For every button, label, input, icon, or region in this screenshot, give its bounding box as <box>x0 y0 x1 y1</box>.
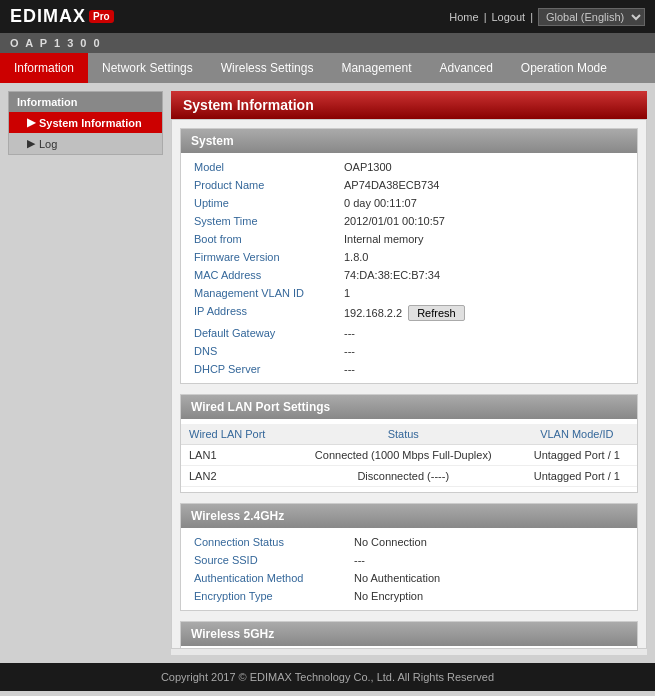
wireless-24-value-ssid: --- <box>354 554 365 566</box>
value-firmware: 1.8.0 <box>344 251 368 263</box>
home-link[interactable]: Home <box>449 11 478 23</box>
sidebar-section-header[interactable]: Information <box>9 92 162 112</box>
sidebar-section-title: Information <box>17 96 78 108</box>
lan1-status: Connected (1000 Mbps Full-Duplex) <box>290 445 517 466</box>
system-section: System Model OAP1300 Product Name AP74DA… <box>180 128 638 384</box>
info-row-firmware: Firmware Version 1.8.0 <box>186 248 632 266</box>
wireless-5-section: Wireless 5GHz Connection Status No Conne… <box>180 621 638 649</box>
info-row-vlan-id: Management VLAN ID 1 <box>186 284 632 302</box>
device-bar: O A P 1 3 0 0 <box>0 33 655 53</box>
label-mac: MAC Address <box>194 269 344 281</box>
nav-advanced[interactable]: Advanced <box>425 53 506 83</box>
wireless-5-table: Connection Status No Connection <box>181 646 637 649</box>
wired-lan-header: Wired LAN Port Settings <box>181 395 637 419</box>
system-info-table: Model OAP1300 Product Name AP74DA38ECB73… <box>181 153 637 383</box>
wireless-24-table: Connection Status No Connection Source S… <box>181 528 637 610</box>
logo-pro: Pro <box>89 10 114 23</box>
info-row-model: Model OAP1300 <box>186 158 632 176</box>
wireless-24-row-encryption: Encryption Type No Encryption <box>186 587 632 605</box>
info-row-boot-from: Boot from Internal memory <box>186 230 632 248</box>
col-status: Status <box>290 424 517 445</box>
value-boot-from: Internal memory <box>344 233 423 245</box>
wired-lan-table: Wired LAN Port Status VLAN Mode/ID LAN1 … <box>181 424 637 487</box>
info-row-ip: IP Address 192.168.2.2 Refresh <box>186 302 632 324</box>
lan2-port: LAN2 <box>181 466 290 487</box>
content-area: System Information System Model OAP1300 … <box>171 91 647 655</box>
nav-bar: Information Network Settings Wireless Se… <box>0 53 655 83</box>
col-port: Wired LAN Port <box>181 424 290 445</box>
sidebar-item-log[interactable]: ▶ Log <box>9 133 162 154</box>
system-header: System <box>181 129 637 153</box>
value-gateway: --- <box>344 327 355 339</box>
separator2: | <box>530 11 533 23</box>
wired-lan-section: Wired LAN Port Settings Wired LAN Port S… <box>180 394 638 493</box>
wireless-24-row-auth: Authentication Method No Authentication <box>186 569 632 587</box>
nav-information[interactable]: Information <box>0 53 88 83</box>
language-select[interactable]: Global (English) <box>538 8 645 26</box>
wireless-24-value-connection: No Connection <box>354 536 427 548</box>
label-ip: IP Address <box>194 305 344 321</box>
info-row-dhcp: DHCP Server --- <box>186 360 632 378</box>
content-scroll[interactable]: System Model OAP1300 Product Name AP74DA… <box>171 119 647 649</box>
value-vlan-id: 1 <box>344 287 350 299</box>
wireless-24-header: Wireless 2.4GHz <box>181 504 637 528</box>
info-row-dns: DNS --- <box>186 342 632 360</box>
lan2-status: Disconnected (----) <box>290 466 517 487</box>
lan1-port: LAN1 <box>181 445 290 466</box>
separator1: | <box>484 11 487 23</box>
label-gateway: Default Gateway <box>194 327 344 339</box>
value-model: OAP1300 <box>344 161 392 173</box>
footer: Copyright 2017 © EDIMAX Technology Co., … <box>0 663 655 691</box>
sidebar-section: Information ▶ System Information ▶ Log <box>8 91 163 155</box>
sidebar: Information ▶ System Information ▶ Log <box>8 91 163 655</box>
lan2-vlan: Untagged Port / 1 <box>517 466 637 487</box>
wireless-24-value-encryption: No Encryption <box>354 590 423 602</box>
wireless-24-row-connection: Connection Status No Connection <box>186 533 632 551</box>
wireless-24-value-auth: No Authentication <box>354 572 440 584</box>
wireless-24-row-ssid: Source SSID --- <box>186 551 632 569</box>
logo-area: EDIMAX Pro <box>10 6 114 27</box>
label-dns: DNS <box>194 345 344 357</box>
info-row-uptime: Uptime 0 day 00:11:07 <box>186 194 632 212</box>
lan1-vlan: Untagged Port / 1 <box>517 445 637 466</box>
refresh-button[interactable]: Refresh <box>408 305 465 321</box>
top-links: Home | Logout | Global (English) <box>449 8 645 26</box>
logo-text: EDIMAX <box>10 6 86 27</box>
nav-management[interactable]: Management <box>327 53 425 83</box>
lan-table-header-row: Wired LAN Port Status VLAN Mode/ID <box>181 424 637 445</box>
value-uptime: 0 day 00:11:07 <box>344 197 417 209</box>
label-uptime: Uptime <box>194 197 344 209</box>
device-id: O A P 1 3 0 0 <box>10 37 102 49</box>
info-row-product-name: Product Name AP74DA38ECB734 <box>186 176 632 194</box>
label-vlan-id: Management VLAN ID <box>194 287 344 299</box>
wireless-24-label-connection: Connection Status <box>194 536 354 548</box>
value-mac: 74:DA:38:EC:B7:34 <box>344 269 440 281</box>
col-vlan: VLAN Mode/ID <box>517 424 637 445</box>
nav-wireless-settings[interactable]: Wireless Settings <box>207 53 328 83</box>
nav-operation-mode[interactable]: Operation Mode <box>507 53 621 83</box>
logout-link[interactable]: Logout <box>491 11 525 23</box>
label-model: Model <box>194 161 344 173</box>
label-system-time: System Time <box>194 215 344 227</box>
value-system-time: 2012/01/01 00:10:57 <box>344 215 445 227</box>
top-bar: EDIMAX Pro Home | Logout | Global (Engli… <box>0 0 655 33</box>
wireless-24-label-encryption: Encryption Type <box>194 590 354 602</box>
info-row-system-time: System Time 2012/01/01 00:10:57 <box>186 212 632 230</box>
wireless-5-header: Wireless 5GHz <box>181 622 637 646</box>
footer-text: Copyright 2017 © EDIMAX Technology Co., … <box>161 671 494 683</box>
value-dhcp: --- <box>344 363 355 375</box>
value-dns: --- <box>344 345 355 357</box>
info-row-gateway: Default Gateway --- <box>186 324 632 342</box>
sidebar-item-system-information[interactable]: ▶ System Information <box>9 112 162 133</box>
wireless-24-label-auth: Authentication Method <box>194 572 354 584</box>
info-row-mac: MAC Address 74:DA:38:EC:B7:34 <box>186 266 632 284</box>
nav-network-settings[interactable]: Network Settings <box>88 53 207 83</box>
sidebar-arrow-icon: ▶ <box>27 116 35 129</box>
wireless-24-section: Wireless 2.4GHz Connection Status No Con… <box>180 503 638 611</box>
table-row: LAN2 Disconnected (----) Untagged Port /… <box>181 466 637 487</box>
label-firmware: Firmware Version <box>194 251 344 263</box>
label-dhcp: DHCP Server <box>194 363 344 375</box>
wireless-24-label-ssid: Source SSID <box>194 554 354 566</box>
content-title: System Information <box>171 91 647 119</box>
label-product-name: Product Name <box>194 179 344 191</box>
